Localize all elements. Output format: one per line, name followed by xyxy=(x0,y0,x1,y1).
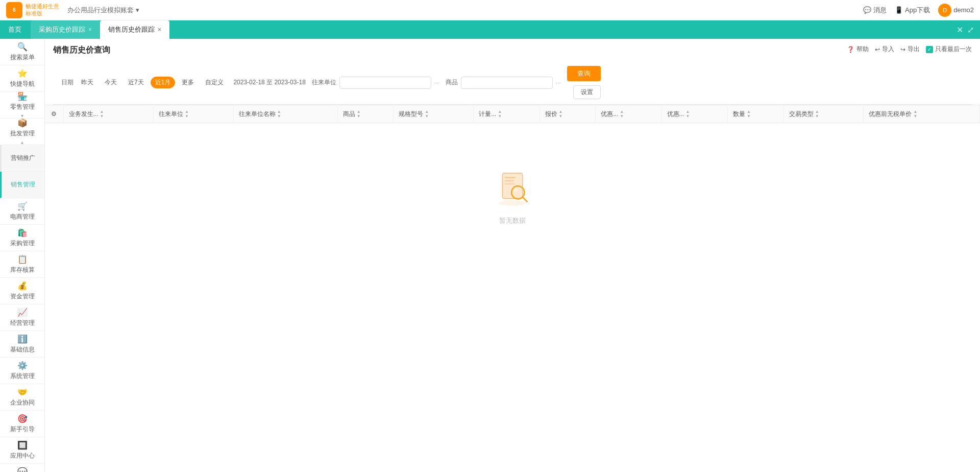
goods-input[interactable] xyxy=(461,77,553,89)
main-layout: 🔍 搜索菜单 ⭐ 快捷导航 🏪 零售管理 ▾ 📦 批发管理 ▴ 营销推广 销售管… xyxy=(0,39,980,472)
help-button[interactable]: ❓ 帮助 xyxy=(847,45,869,54)
col-quantity[interactable]: 数量 ▲▼ xyxy=(727,105,783,123)
search-icon: 🔍 xyxy=(17,42,28,52)
col-quote[interactable]: 报价 ▲▼ xyxy=(540,105,596,123)
table-gear-col[interactable]: ⚙ xyxy=(45,105,63,123)
tab-sales[interactable]: 销售历史价跟踪 × xyxy=(100,20,169,39)
date-btn-today[interactable]: 今天 xyxy=(100,77,121,88)
tab-purchase-close[interactable]: × xyxy=(88,26,92,33)
date-btn-7days[interactable]: 近7天 xyxy=(124,77,149,88)
sidebar-item-purchase[interactable]: 🛍️ 采购管理 xyxy=(0,225,44,251)
date-btn-1month[interactable]: 近1月 xyxy=(151,77,176,88)
sidebar-item-ecommerce[interactable]: 🛒 电商管理 xyxy=(0,198,44,225)
setting-button[interactable]: 设置 xyxy=(573,85,601,99)
toolbar-right: ❓ 帮助 ↩ 导入 ↪ 导出 ✓ 只看最后一 xyxy=(847,45,972,54)
sidebar-item-collab[interactable]: 🤝 企业协同 xyxy=(0,384,44,411)
user-menu[interactable]: D demo2 xyxy=(938,4,974,17)
col-trade-type[interactable]: 交易类型 ▲▼ xyxy=(783,105,864,123)
col-pretax-price[interactable]: 优惠前无税单价 ▲▼ xyxy=(864,105,980,123)
sort-arrows-unit: ▲▼ xyxy=(498,109,502,119)
logo-text: 畅捷通好生意 标准版 xyxy=(26,3,59,16)
apps-icon: 🔲 xyxy=(17,440,28,450)
col-biz-date[interactable]: 业务发生... ▲▼ xyxy=(63,105,153,123)
import-icon: ↩ xyxy=(875,46,880,53)
sidebar-label-operations: 经营管理 xyxy=(10,319,35,327)
date-btn-yesterday[interactable]: 昨天 xyxy=(77,77,98,88)
tab-home-label: 首页 xyxy=(8,25,21,34)
goods-dots-button[interactable]: ··· xyxy=(556,79,561,86)
top-bar-left: 6 畅捷通好生意 标准版 办公用品行业模拟账套 ▾ xyxy=(6,2,143,18)
sidebar-item-sales-mgmt[interactable]: 销售管理 xyxy=(0,172,44,198)
query-button[interactable]: 查询 xyxy=(567,66,601,81)
sidebar-item-marketing[interactable]: 营销推广 xyxy=(0,145,44,172)
tab-sales-close[interactable]: × xyxy=(158,26,161,33)
sidebar: 🔍 搜索菜单 ⭐ 快捷导航 🏪 零售管理 ▾ 📦 批发管理 ▴ 营销推广 销售管… xyxy=(0,39,45,472)
sidebar-item-retail[interactable]: 🏪 零售管理 ▾ xyxy=(0,92,44,119)
guide-icon: 🎯 xyxy=(17,414,28,423)
data-table: ⚙ 业务发生... ▲▼ 往来单位 ▲▼ xyxy=(45,105,980,266)
import-label: 导入 xyxy=(882,45,894,54)
sidebar-item-shortcut[interactable]: ⭐ 快捷导航 xyxy=(0,65,44,92)
app-selector[interactable]: 办公用品行业模拟账套 ▾ xyxy=(63,4,143,17)
import-button[interactable]: ↩ 导入 xyxy=(875,45,894,54)
download-button[interactable]: 📱 App下载 xyxy=(895,6,930,15)
empty-illustration xyxy=(489,164,535,210)
basic-icon: ℹ️ xyxy=(17,334,28,344)
tab-purchase[interactable]: 采购历史价跟踪 × xyxy=(31,20,100,39)
page-title: 销售历史价查询 xyxy=(53,45,110,56)
goods-filter-label: 商品 xyxy=(446,78,458,87)
col-discount2[interactable]: 优惠... ▲▼ xyxy=(662,105,727,123)
close-all-tabs-button[interactable]: ✕ xyxy=(957,25,963,35)
tab-sales-label: 销售历史价跟踪 xyxy=(108,25,155,34)
download-label: App下载 xyxy=(905,6,930,15)
download-icon: 📱 xyxy=(895,6,903,14)
sidebar-label-shortcut: 快捷导航 xyxy=(10,80,35,88)
export-button[interactable]: ↪ 导出 xyxy=(900,45,920,54)
sidebar-item-finance[interactable]: 💰 资金管理 xyxy=(0,278,44,304)
last-only-checkbox[interactable]: ✓ 只看最后一次 xyxy=(926,45,972,54)
col-goods[interactable]: 商品 ▲▼ xyxy=(337,105,394,123)
sidebar-item-basic[interactable]: ℹ️ 基础信息 xyxy=(0,331,44,358)
sidebar-item-wholesale[interactable]: 📦 批发管理 ▴ xyxy=(0,119,44,145)
col-discount1[interactable]: 优惠... ▲▼ xyxy=(596,105,662,123)
col-partner-code[interactable]: 往来单位 ▲▼ xyxy=(153,105,233,123)
sidebar-item-operations[interactable]: 📈 经营管理 xyxy=(0,304,44,331)
avatar: D xyxy=(938,4,951,17)
sort-arrows-discount1: ▲▼ xyxy=(620,109,624,119)
sidebar-item-wxwork[interactable]: 💬 企业微信 xyxy=(0,464,44,472)
username-label: demo2 xyxy=(953,6,974,14)
chevron-down-icon: ▾ xyxy=(136,6,139,14)
sort-arrows-spec: ▲▼ xyxy=(425,109,429,119)
tab-home[interactable]: 首页 xyxy=(0,20,30,39)
sidebar-item-search[interactable]: 🔍 搜索菜单 xyxy=(0,39,44,65)
sidebar-label-retail: 零售管理 xyxy=(10,103,35,111)
date-btn-more[interactable]: 更多 xyxy=(177,77,199,88)
sidebar-label-ecommerce: 电商管理 xyxy=(10,213,35,221)
export-label: 导出 xyxy=(908,45,920,54)
sidebar-label-inventory: 库存核算 xyxy=(10,266,35,274)
filter-actions: 查询 设置 xyxy=(567,66,601,99)
sidebar-item-apps[interactable]: 🔲 应用中心 xyxy=(0,437,44,464)
tab-purchase-label: 采购历史价跟踪 xyxy=(39,25,85,34)
maximize-button[interactable]: ⤢ xyxy=(967,25,974,35)
col-spec[interactable]: 规格型号 ▲▼ xyxy=(394,105,474,123)
svg-rect-4 xyxy=(504,183,514,185)
table-header-row: ⚙ 业务发生... ▲▼ 往来单位 ▲▼ xyxy=(45,105,980,123)
col-unit[interactable]: 计量... ▲▼ xyxy=(474,105,540,123)
gear-icon: ⚙ xyxy=(51,110,57,117)
message-button[interactable]: 💬 消息 xyxy=(863,6,887,15)
sidebar-item-inventory[interactable]: 📋 库存核算 xyxy=(0,251,44,278)
sidebar-item-guide[interactable]: 🎯 新手引导 xyxy=(0,411,44,437)
partner-input[interactable] xyxy=(339,77,431,89)
sidebar-label-system: 系统管理 xyxy=(10,372,35,381)
partner-dots-button[interactable]: ··· xyxy=(434,79,439,86)
sidebar-item-system[interactable]: ⚙️ 系统管理 xyxy=(0,358,44,384)
logo-line1: 畅捷通好生意 xyxy=(26,3,59,10)
star-icon: ⭐ xyxy=(17,68,28,78)
logo-line2: 标准版 xyxy=(26,10,59,17)
date-btn-custom[interactable]: 自定义 xyxy=(201,77,228,88)
sort-arrows-quote: ▲▼ xyxy=(559,109,563,119)
checkbox-label: 只看最后一次 xyxy=(935,45,972,54)
col-partner-name[interactable]: 往来单位名称 ▲▼ xyxy=(233,105,337,123)
wxwork-icon: 💬 xyxy=(17,467,28,472)
